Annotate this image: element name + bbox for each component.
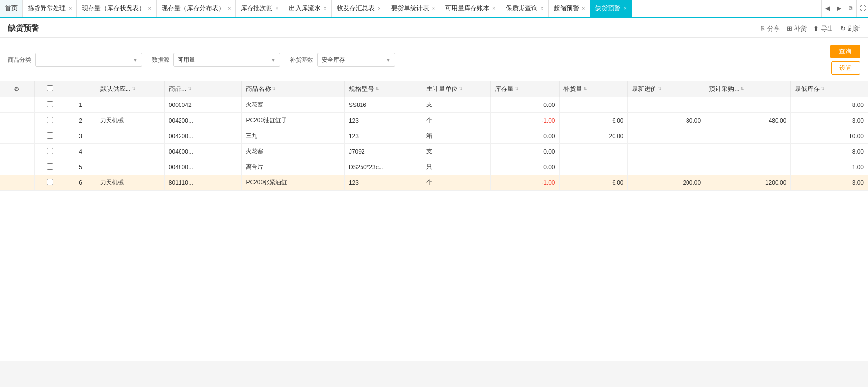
row-checkbox-cell[interactable] [34, 175, 65, 191]
row-spec: J7092 [344, 144, 422, 159]
row-supplier: 力天机械 [96, 175, 164, 191]
supplement-button[interactable]: ⊞ 补货 [787, 24, 807, 33]
tab-stock-dist-close[interactable]: × [228, 5, 231, 11]
tab-picking-close[interactable]: × [69, 5, 72, 11]
row-checkbox[interactable] [47, 101, 53, 107]
row-checkbox[interactable] [47, 148, 53, 154]
tab-picking[interactable]: 拣货异常处理 × [23, 0, 77, 17]
spec-sort-icon: ⇅ [375, 87, 379, 91]
tab-expiry-close[interactable]: × [541, 5, 543, 11]
share-button[interactable]: ⎘ 分享 [761, 24, 780, 33]
col-header-settings[interactable]: ⚙ [0, 81, 34, 97]
tab-home-label: 首页 [5, 4, 18, 13]
row-settings-cell [0, 159, 34, 175]
table-row[interactable]: 6 力天机械 801110... PC200张紧油缸 123 个 -1.00 6… [0, 175, 868, 191]
tab-batch-close[interactable]: × [275, 5, 278, 11]
filter-bar: 商品分类 ▼ 数据源 可用量 ▼ 补货基数 安全库存 ▼ 查询 设置 [0, 38, 868, 79]
export-button[interactable]: ⬆ 导出 [814, 24, 833, 33]
row-name: 三九 [242, 128, 344, 144]
tab-shortage[interactable]: 缺货预警 × [590, 0, 632, 17]
tab-expiry[interactable]: 保质期查询 × [501, 0, 549, 17]
unit-sort-icon: ⇅ [459, 87, 463, 91]
col-header-estimated[interactable]: 预计采购... ⇅ [705, 81, 791, 97]
table-row[interactable]: 5 004800... 离合片 DS250*23c... 只 0.00 1.00 [0, 159, 868, 175]
share-icon: ⎘ [761, 25, 765, 32]
tab-flow-close[interactable]: × [324, 5, 326, 11]
tab-overstock-close[interactable]: × [582, 5, 585, 11]
row-checkbox[interactable] [47, 132, 53, 139]
col-header-code[interactable]: 商品... ⇅ [164, 81, 242, 97]
col-header-spec[interactable]: 规格型号 ⇅ [344, 81, 422, 97]
nav-next-btn[interactable]: ▶ [833, 0, 845, 17]
supplement-base-select[interactable]: 安全库存 ▼ [317, 53, 395, 67]
latest-price-sort-icon: ⇅ [658, 87, 662, 91]
row-checkbox[interactable] [47, 179, 53, 185]
table-row[interactable]: 3 004200... 三九 123 箱 0.00 20.00 10.00 [0, 128, 868, 144]
select-all-checkbox[interactable] [47, 85, 53, 91]
tab-summary[interactable]: 收发存汇总表 × [332, 0, 386, 17]
row-unit: 箱 [422, 128, 490, 144]
row-checkbox-cell[interactable] [34, 159, 65, 175]
tab-requisition[interactable]: 要货单统计表 × [386, 0, 440, 17]
row-checkbox[interactable] [47, 163, 53, 170]
tab-shortage-close[interactable]: × [623, 5, 626, 11]
supplier-sort-icon: ⇅ [132, 87, 136, 91]
row-supplier [96, 144, 164, 159]
row-spec: DS250*23c... [344, 159, 422, 175]
col-header-name[interactable]: 商品名称 ⇅ [242, 81, 344, 97]
tab-batch[interactable]: 库存批次账 × [236, 0, 284, 17]
row-checkbox-cell[interactable] [34, 97, 65, 113]
estimated-sort-icon: ⇅ [741, 87, 744, 91]
col-header-checkbox[interactable] [34, 81, 65, 97]
tab-home[interactable]: 首页 [0, 0, 23, 17]
query-button[interactable]: 查询 [830, 45, 860, 58]
nav-prev-btn[interactable]: ◀ [821, 0, 833, 17]
table-row[interactable]: 4 004600... 火花塞 J7092 支 0.00 8.00 [0, 144, 868, 159]
row-supplier [96, 128, 164, 144]
row-stock: 0.00 [490, 128, 559, 144]
table-row[interactable]: 2 力天机械 004200... PC200油缸缸子 123 个 -1.00 6… [0, 113, 868, 128]
nav-fullscreen-btn[interactable]: ⛶ [856, 0, 868, 17]
col-header-supplier[interactable]: 默认供应... ⇅ [96, 81, 164, 97]
row-min-stock: 1.00 [791, 159, 868, 175]
row-unit: 个 [422, 175, 490, 191]
settings-button[interactable]: 设置 [831, 61, 860, 75]
col-header-stock[interactable]: 库存量 ⇅ [490, 81, 559, 97]
col-header-latest-price[interactable]: 最新进价 ⇅ [628, 81, 705, 97]
row-checkbox-cell[interactable] [34, 144, 65, 159]
tab-overstock[interactable]: 超储预警 × [549, 0, 590, 17]
row-supplement: 6.00 [559, 113, 628, 128]
col-header-min-stock[interactable]: 最低库存 ⇅ [791, 81, 868, 97]
table-row[interactable]: 1 0000042 火花塞 SS816 支 0.00 8.00 [0, 97, 868, 113]
row-checkbox[interactable] [47, 117, 53, 123]
row-supplier: 力天机械 [96, 113, 164, 128]
gear-icon[interactable]: ⚙ [14, 85, 20, 93]
tab-requisition-close[interactable]: × [432, 5, 435, 11]
row-code: 0000042 [164, 97, 242, 113]
row-checkbox-cell[interactable] [34, 128, 65, 144]
category-select[interactable]: ▼ [35, 53, 142, 67]
table-header-row: ⚙ 默认供应... ⇅ 商品... [0, 81, 868, 97]
nav-window-btn[interactable]: ⧉ [845, 0, 856, 17]
col-header-supplement[interactable]: 补货量 ⇅ [559, 81, 628, 97]
tab-stock-dist[interactable]: 现存量（库存分布表） × [157, 0, 236, 17]
tab-requisition-label: 要货单统计表 [391, 4, 429, 13]
tab-available[interactable]: 可用量库存账本 × [440, 0, 501, 17]
tab-available-close[interactable]: × [492, 5, 495, 11]
row-settings-cell [0, 97, 34, 113]
row-number: 5 [65, 159, 96, 175]
tab-batch-label: 库存批次账 [241, 4, 272, 13]
row-number: 6 [65, 175, 96, 191]
col-header-unit[interactable]: 主计量单位 ⇅ [422, 81, 490, 97]
refresh-button[interactable]: ↻ 刷新 [840, 24, 860, 33]
tab-flow[interactable]: 出入库流水 × [284, 0, 332, 17]
supplement-base-chevron-icon: ▼ [386, 57, 391, 63]
category-filter-group: 商品分类 ▼ [8, 53, 142, 67]
tab-stock-status-close[interactable]: × [148, 5, 151, 11]
page-content: 缺货预警 ⎘ 分享 ⊞ 补货 ⬆ 导出 ↻ 刷新 商品分类 [0, 18, 868, 361]
datasource-select[interactable]: 可用量 ▼ [173, 53, 280, 67]
tab-stock-status[interactable]: 现存量（库存状况表） × [77, 0, 156, 17]
tab-stock-status-label: 现存量（库存状况表） [82, 4, 145, 13]
tab-summary-close[interactable]: × [378, 5, 380, 11]
row-checkbox-cell[interactable] [34, 113, 65, 128]
